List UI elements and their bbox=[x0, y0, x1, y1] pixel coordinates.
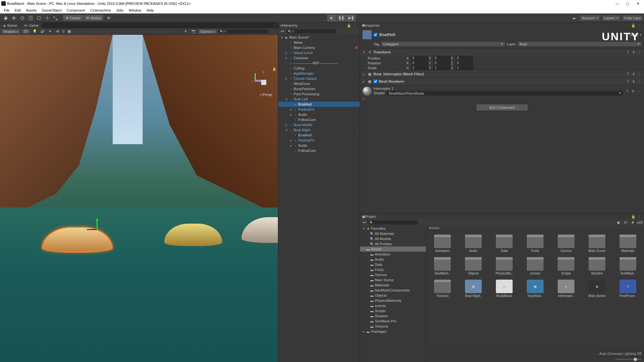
maximize-button[interactable]: ▢ bbox=[623, 0, 632, 7]
fx-toggle-icon[interactable]: ✦ bbox=[47, 29, 53, 34]
hierarchy-search-input[interactable] bbox=[287, 29, 336, 33]
hierarchy-item[interactable]: ▫FollowCam bbox=[278, 117, 360, 122]
scene-clear-icon[interactable]: ✕ bbox=[183, 29, 189, 34]
hierarchy-lock-icon[interactable]: 🔓 bbox=[346, 23, 352, 28]
transform-tool[interactable] bbox=[43, 14, 52, 22]
assets-root[interactable]: ▾▬Assets bbox=[360, 246, 426, 252]
hierarchy-item[interactable]: ▫----------------WIP---------------- bbox=[278, 60, 360, 66]
asset-item[interactable]: Data bbox=[492, 235, 516, 253]
account-dropdown[interactable]: Account▾ bbox=[580, 15, 600, 21]
menu-component[interactable]: Component bbox=[64, 8, 88, 13]
asset-item[interactable]: ●Intercepto.. bbox=[554, 280, 578, 298]
project-tree-item[interactable]: ▬Audio bbox=[360, 257, 426, 262]
hand-tool[interactable] bbox=[1, 14, 10, 22]
asset-item[interactable]: #PostProce.. bbox=[616, 280, 640, 298]
position-y-input[interactable] bbox=[433, 56, 451, 60]
scale-tool[interactable] bbox=[26, 14, 35, 22]
hierarchy-add-icon[interactable]: + ▾ bbox=[279, 29, 285, 34]
hierarchy-item[interactable]: ▫BoatHull bbox=[278, 133, 360, 138]
meshrenderer-enabled-checkbox[interactable] bbox=[374, 79, 377, 83]
help-icon[interactable]: ? bbox=[625, 72, 630, 76]
filter-type-icon[interactable]: ◉ bbox=[616, 220, 621, 225]
fold-icon[interactable]: ▸ bbox=[285, 56, 289, 60]
asset-item[interactable]: ▣InputSyst.. bbox=[523, 280, 547, 298]
scale-y-input[interactable] bbox=[433, 66, 451, 70]
scene-viewport[interactable]: 🔒 y z ◁ Persp bbox=[0, 35, 278, 362]
help-icon[interactable]: ? bbox=[625, 50, 630, 54]
rotation-y-input[interactable] bbox=[433, 61, 451, 65]
menu-gameobject[interactable]: GameObject bbox=[39, 8, 64, 13]
preset-icon[interactable]: ⎘ bbox=[631, 50, 636, 54]
hierarchy-item[interactable]: ▸▫Cameras bbox=[278, 55, 360, 60]
shading-dropdown[interactable]: Shaded ▾ bbox=[1, 29, 20, 34]
scene-tab[interactable]: ◈Scene bbox=[0, 23, 21, 28]
hierarchy-item[interactable]: ▸▫Audio bbox=[278, 112, 360, 117]
asset-item[interactable]: Objects bbox=[461, 257, 486, 275]
asset-item[interactable]: Textures bbox=[430, 280, 455, 298]
menu-file[interactable]: File bbox=[1, 8, 12, 13]
asset-item[interactable]: Fonts bbox=[523, 235, 547, 253]
hierarchy-item[interactable]: ▫Main Camera bbox=[278, 45, 360, 50]
asset-item[interactable]: Shaders bbox=[585, 257, 609, 275]
packages-root[interactable]: ▸▬Packages bbox=[360, 329, 426, 334]
project-tree-item[interactable]: ▬Animation bbox=[360, 252, 426, 257]
asset-item[interactable]: Main Scene bbox=[585, 235, 609, 253]
hidden-icon[interactable]: ★ bbox=[630, 220, 636, 225]
filter-label-icon[interactable]: 🏷 bbox=[623, 220, 629, 225]
project-tree-item[interactable]: ▬Shaders bbox=[360, 313, 426, 319]
gameobject-active-checkbox[interactable] bbox=[374, 33, 377, 37]
asset-item[interactable]: scenes bbox=[523, 257, 547, 275]
component-menu-icon[interactable]: ⋮ bbox=[637, 72, 642, 76]
project-tree-item[interactable]: ▬TextMesh Pro bbox=[360, 319, 426, 324]
project-tree-item[interactable]: ▬Materials bbox=[360, 283, 426, 288]
audio-toggle-icon[interactable]: 🔊 bbox=[40, 29, 45, 34]
project-menu-icon[interactable]: ⋮ bbox=[636, 214, 642, 219]
asset-item[interactable]: Materials bbox=[616, 235, 640, 253]
project-tree-item[interactable]: ▬scenes bbox=[360, 303, 426, 308]
layers-dropdown[interactable]: Layers▾ bbox=[602, 15, 620, 21]
hierarchy-item[interactable]: ▸▫Clouds Variant› bbox=[278, 76, 360, 81]
fold-icon[interactable]: ▸ bbox=[362, 330, 366, 334]
project-tree-item[interactable]: ▬Main Scene bbox=[360, 277, 426, 283]
rotation-x-input[interactable] bbox=[411, 61, 429, 65]
custom-tool[interactable] bbox=[52, 14, 60, 22]
panel-menu-icon[interactable]: ⋮ bbox=[272, 23, 278, 28]
minimize-button[interactable]: — bbox=[612, 0, 622, 7]
tag-dropdown[interactable]: Untagged ▾ bbox=[381, 42, 505, 46]
project-tree-item[interactable]: 🔍All Models bbox=[360, 236, 426, 241]
hierarchy-item[interactable]: ▾▫Boat Left› bbox=[278, 97, 360, 102]
hierarchy-item[interactable]: ▫Culling bbox=[278, 66, 360, 71]
asset-item[interactable]: Audio bbox=[461, 235, 486, 253]
fold-icon[interactable]: ▸ bbox=[289, 113, 293, 117]
hierarchy-item[interactable]: ▸▫ParticleFX bbox=[278, 107, 360, 112]
hierarchy-item[interactable]: ▫AppManager bbox=[278, 71, 360, 76]
lock-icon[interactable]: 🔒 bbox=[272, 67, 277, 71]
move-tool[interactable] bbox=[10, 14, 18, 22]
scale-x-input[interactable] bbox=[411, 66, 429, 70]
space-toggle[interactable]: ⊗Global bbox=[84, 15, 103, 21]
help-icon[interactable]: ? bbox=[625, 79, 630, 84]
game-tab[interactable]: 🎮Game bbox=[21, 23, 42, 28]
project-tree-item[interactable]: 🔍All Prefabs bbox=[360, 241, 426, 246]
transform-header[interactable]: ▾ ⤧ Transform ? ⎘ ⋮ bbox=[360, 49, 644, 56]
fold-icon[interactable]: ▸ bbox=[289, 107, 293, 112]
project-tree-item[interactable]: ▬Objects bbox=[360, 293, 426, 298]
hierarchy-item[interactable]: ▸▫Island Level› bbox=[278, 50, 360, 55]
project-search-input[interactable] bbox=[368, 220, 418, 225]
fold-icon[interactable]: ▾ bbox=[362, 247, 366, 251]
project-tree-item[interactable]: ▬Fonts bbox=[360, 267, 426, 272]
menu-cinemachine[interactable]: Cinemachine bbox=[88, 8, 113, 13]
thumbnail-size-slider[interactable] bbox=[616, 359, 641, 360]
asset-item[interactable]: Gizmos bbox=[554, 235, 578, 253]
project-tree-item[interactable]: ▬Gizmos bbox=[360, 272, 426, 277]
fold-icon[interactable]: ▾ bbox=[285, 97, 289, 101]
pause-button[interactable]: ❚❚ bbox=[337, 14, 346, 22]
prefab-arrow-icon[interactable]: › bbox=[357, 51, 358, 54]
project-breadcrumb[interactable]: Assets bbox=[426, 225, 644, 231]
hierarchy-item[interactable]: ▫Post Processing bbox=[278, 91, 360, 97]
preset-icon[interactable]: ⎘ bbox=[630, 89, 636, 93]
menu-jobs[interactable]: Jobs bbox=[114, 8, 126, 13]
gameobject-name[interactable]: BoatHull bbox=[379, 32, 395, 37]
close-button[interactable]: ✕ bbox=[633, 0, 643, 7]
scene-camera-icon[interactable]: 📷 bbox=[191, 29, 196, 34]
